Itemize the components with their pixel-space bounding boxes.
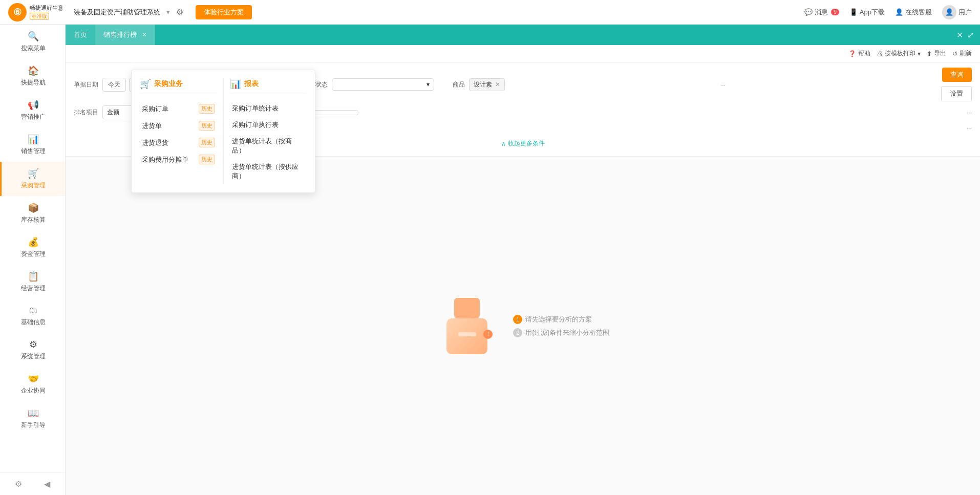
tab-close-icon[interactable]: ✕ (142, 31, 147, 38)
history-tag-po: 历史 (199, 104, 215, 114)
purchase-icon: 🛒 (28, 168, 39, 179)
template-print-label: 按模板打印 (885, 49, 915, 58)
hint-num-2: 2 (513, 328, 522, 337)
settings-gear-icon[interactable]: ⚙ (176, 7, 183, 17)
sidebar-settings-icon[interactable]: ⚙ (15, 479, 22, 489)
sidebar-item-basicinfo[interactable]: 🗂 基础信息 (0, 299, 65, 333)
popup-item-label-sg: 进货单统计表（按商品） (232, 137, 305, 155)
tab-maximize-icon[interactable]: ⤢ (967, 30, 974, 40)
date-btn-today[interactable]: 今天 (102, 78, 126, 92)
sidebar-collapse-icon[interactable]: ◀ (44, 479, 50, 489)
goods-more-icon[interactable]: ··· (720, 81, 726, 89)
print-icon: 🖨 (877, 50, 883, 57)
sidebar-label-basicinfo: 基础信息 (21, 318, 46, 327)
logo-name: 畅捷通好生意 (30, 4, 63, 11)
tab-sales-rank[interactable]: 销售排行榜 ✕ (95, 25, 155, 45)
popup-item-purchase-expense[interactable]: 采购费用分摊单 历史 (140, 151, 217, 168)
illustration-box (446, 318, 487, 354)
template-print-action[interactable]: 🖨 按模板打印 ▾ (877, 49, 921, 58)
popup-item-label-ss: 进货单统计表（按供应商） (232, 162, 305, 181)
sidebar-item-nav[interactable]: 🏠 快捷导航 (0, 59, 65, 93)
illustration-line1 (458, 332, 476, 336)
export-icon: ⬆ (927, 50, 932, 57)
voucher-status-select[interactable]: ▾ (332, 78, 434, 91)
popup-item-stock-goods[interactable]: 进货单统计表（按商品） (230, 133, 307, 159)
popup-item-stock-return[interactable]: 进货退货 历史 (140, 134, 217, 151)
avatar: 👤 (942, 5, 956, 19)
online-service-action[interactable]: 👤 在线客服 (895, 8, 932, 17)
system-arrow-icon[interactable]: ▾ (166, 8, 170, 16)
popup-col1-title: 🛒 采购业务 (140, 78, 217, 94)
user-action[interactable]: 👤 用户 (942, 5, 972, 19)
hint-text-2: 用[过滤]条件来缩小分析范围 (525, 328, 609, 337)
service-icon: 👤 (895, 8, 903, 16)
export-action[interactable]: ⬆ 导出 (927, 49, 946, 58)
tab-home-label: 首页 (74, 30, 87, 39)
home-icon: 🏠 (28, 65, 39, 76)
message-badge: 9 (831, 9, 839, 15)
guide-icon: 📖 (28, 407, 39, 419)
popup-item-purchase-order[interactable]: 采购订单 历史 (140, 100, 217, 117)
popup-item-label-po: 采购订单 (142, 104, 168, 114)
collapse-label: 收起更多条件 (508, 139, 545, 148)
query-button[interactable]: 查询 (942, 68, 972, 82)
message-icon: 💬 (804, 8, 813, 16)
settings-button[interactable]: 设置 (941, 86, 972, 101)
sidebar-item-collab[interactable]: 🤝 企业协同 (0, 367, 65, 401)
collapse-up-icon: ∧ (501, 140, 506, 147)
sidebar-item-system[interactable]: ⚙ 系统管理 (0, 333, 65, 367)
logo-text-block: 畅捷通好生意 标准版 (30, 4, 63, 19)
popup-col-report: 📊 报表 采购订单统计表 采购订单执行表 进货单统计表（按商品） 进货单统计表（… (230, 78, 307, 184)
sidebar-item-sales[interactable]: 📊 销售管理 (0, 127, 65, 162)
sidebar-item-search[interactable]: 🔍 搜索菜单 (0, 25, 65, 59)
message-action[interactable]: 💬 消息 9 (804, 8, 839, 17)
sidebar-item-inventory[interactable]: 📦 库存核算 (0, 196, 65, 230)
popup-item-label-poe: 采购订单执行表 (232, 120, 279, 130)
toolbar: ❓ 帮助 🖨 按模板打印 ▾ ⬆ 导出 ↺ 刷新 (66, 45, 980, 62)
sidebar-item-finance[interactable]: 💰 资金管理 (0, 230, 65, 265)
sidebar-label-collab: 企业协同 (21, 386, 46, 395)
tab-close-window-icon[interactable]: ✕ (956, 30, 963, 40)
sidebar-label-inventory: 库存核算 (21, 216, 46, 224)
finance-icon: 💰 (28, 236, 39, 248)
refresh-action[interactable]: ↺ 刷新 (952, 49, 972, 58)
empty-hints: 1 请先选择要分析的方案 2 用[过滤]条件来缩小分析范围 (513, 315, 609, 337)
tab-home[interactable]: 首页 (66, 25, 95, 45)
history-tag-si: 历史 (199, 121, 215, 131)
refresh-label: 刷新 (960, 49, 972, 58)
sidebar-item-marketing[interactable]: 📢 营销推广 (0, 93, 65, 127)
template-print-arrow[interactable]: ▾ (918, 50, 921, 57)
industry-btn[interactable]: 体验行业方案 (196, 5, 252, 19)
basicinfo-icon: 🗂 (29, 305, 38, 316)
dropdown-popup: 🛒 采购业务 采购订单 历史 进货单 历史 进货退货 历史 (131, 70, 315, 193)
logo-icon: ⑥ (8, 3, 27, 21)
salesman-more-icon[interactable]: ··· (966, 109, 972, 116)
sidebar-item-operation[interactable]: 📋 经营管理 (0, 265, 65, 299)
sales-icon: 📊 (28, 134, 39, 145)
sidebar-item-purchase[interactable]: 🛒 采购管理 (0, 162, 65, 196)
illustration-lid (454, 298, 480, 318)
illustration-circle: ! (483, 330, 493, 339)
popup-item-stock-in[interactable]: 进货单 历史 (140, 117, 217, 134)
popup-item-label-pos: 采购订单统计表 (232, 104, 279, 113)
inventory-icon: 📦 (28, 202, 39, 213)
popup-item-stock-supplier[interactable]: 进货单统计表（按供应商） (230, 159, 307, 184)
goods-tag[interactable]: 设计素 ✕ (469, 78, 505, 91)
help-icon: ❓ (848, 50, 856, 57)
customer-more-icon[interactable]: ··· (966, 124, 972, 132)
popup-item-po-stats[interactable]: 采购订单统计表 (230, 100, 307, 117)
goods-tag-close-icon[interactable]: ✕ (495, 81, 500, 88)
sidebar-bottom: ⚙ ◀ (0, 472, 65, 495)
app-download-action[interactable]: 📱 App下载 (849, 8, 885, 17)
sidebar-label-guide: 新手引导 (21, 421, 46, 429)
sidebar-label-purchase: 采购管理 (21, 181, 46, 190)
help-action[interactable]: ❓ 帮助 (848, 49, 870, 58)
collab-icon: 🤝 (28, 373, 39, 384)
tab-sales-rank-label: 销售排行榜 (103, 30, 137, 39)
popup-item-po-exec[interactable]: 采购订单执行表 (230, 117, 307, 133)
sidebar-item-guide[interactable]: 📖 新手引导 (0, 401, 65, 436)
operation-icon: 📋 (28, 271, 39, 282)
sidebar-label-marketing: 营销推广 (21, 113, 46, 121)
hint-num-1: 1 (513, 315, 522, 324)
logo-area: ⑥ 畅捷通好生意 标准版 (8, 3, 74, 21)
